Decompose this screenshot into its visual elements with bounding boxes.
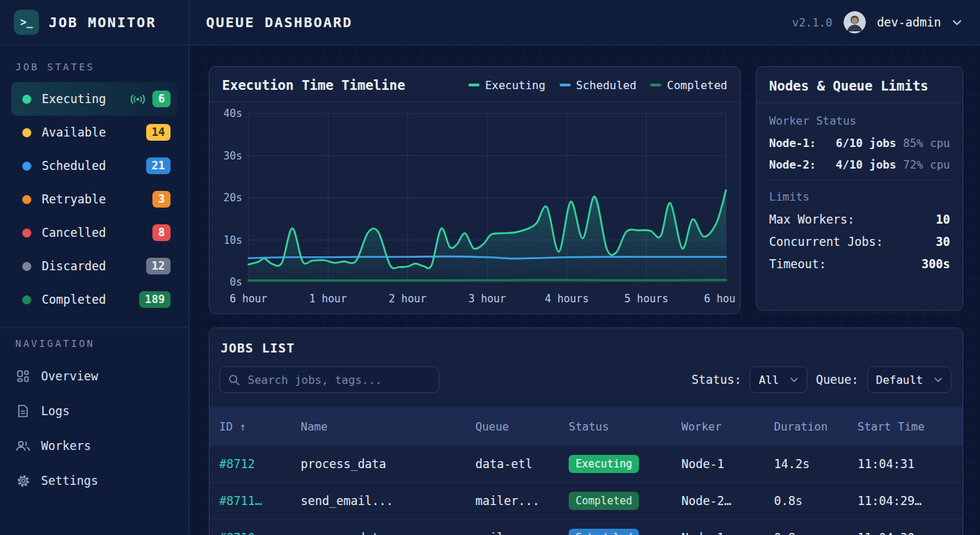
limit-value: 30	[936, 235, 950, 249]
status-filter-select[interactable]: All	[750, 366, 807, 393]
status-badge: Completed	[569, 492, 639, 510]
column-header[interactable]: ID ↑	[210, 420, 291, 433]
column-header[interactable]: Queue	[466, 420, 559, 433]
brand-area: >_ JOB MONITOR	[0, 0, 189, 45]
sidebar: JOB STATES Executing 6	[0, 45, 189, 535]
state-count-badge: 189	[139, 291, 171, 308]
timeline-title: Execution Time Timeline	[222, 77, 405, 93]
version-label: v2.1.0	[792, 16, 832, 29]
job-name: process_data	[291, 531, 466, 535]
job-state-item[interactable]: Available 14	[11, 116, 177, 149]
nodes-panel-body: Worker Status Node-1: 6/10 jobs 85% cpu …	[757, 103, 963, 290]
terminal-icon: >_	[14, 10, 39, 35]
jobs-table: ID ↑ Name Queue Status Worker Duration S…	[210, 407, 963, 535]
legend-swatch-icon	[650, 84, 661, 86]
status-filter-label: Status:	[692, 373, 742, 387]
worker-jobs: 4/10 jobs	[836, 158, 896, 171]
job-id-link[interactable]: #8710	[210, 531, 291, 535]
table-row[interactable]: #8712 process_data data-etl Executing No…	[210, 446, 963, 483]
state-label: Retryable	[42, 192, 106, 206]
worker-jobs: 6/10 jobs	[836, 137, 896, 150]
job-state-item[interactable]: Discarded 12	[11, 249, 177, 283]
sidebar-item-workers[interactable]: Workers	[11, 428, 177, 463]
legend-swatch-icon	[468, 84, 480, 86]
state-dot-icon	[22, 195, 31, 204]
state-dot-icon	[22, 162, 31, 171]
nav-label: Settings	[41, 474, 98, 488]
state-dot-icon	[22, 295, 31, 304]
column-header[interactable]: Worker	[672, 420, 764, 433]
worker-cpu: 72% cpu	[903, 158, 950, 171]
svg-text:10s: 10s	[223, 234, 242, 247]
state-label: Executing	[42, 92, 106, 106]
timeline-chart: 0s10s20s30s40s6 hour1 hour2 hour3 hour4 …	[215, 104, 736, 309]
chevron-down-icon[interactable]	[952, 19, 962, 26]
job-state-item[interactable]: Executing 6	[11, 82, 177, 116]
job-state-item[interactable]: Retryable 3	[11, 183, 177, 216]
job-status-cell: Scheduled	[559, 529, 672, 535]
table-row[interactable]: #8710 process_data mailer Scheduled Node…	[210, 520, 963, 535]
limits-list: Max Workers: 10 Concurrent Jobs: 30 Time…	[769, 212, 950, 271]
state-count-badge: 21	[146, 157, 171, 174]
chevron-down-icon	[790, 377, 798, 382]
search-input[interactable]	[246, 373, 430, 387]
user-menu[interactable]: dev-admin	[877, 15, 941, 29]
limit-label: Timeout:	[769, 257, 826, 271]
job-start-time: 11:04:29…	[848, 494, 963, 508]
svg-text:40s: 40s	[223, 107, 242, 120]
column-header[interactable]: Start Time	[848, 420, 963, 433]
job-worker: Node-1	[672, 531, 764, 535]
job-state-item[interactable]: Cancelled 8	[11, 216, 177, 249]
timeline-panel-header: Execution Time Timeline Executing Schedu…	[210, 67, 740, 102]
avatar[interactable]	[844, 11, 866, 33]
nodes-panel: Nodes & Queue Limits Worker Status Node-…	[756, 66, 963, 311]
live-signal-icon	[130, 94, 145, 104]
state-dot-icon	[22, 95, 31, 104]
timeline-panel: Execution Time Timeline Executing Schedu…	[209, 66, 741, 314]
nav-label: Logs	[41, 404, 70, 418]
state-dot-icon	[22, 262, 31, 271]
legend-completed: Completed	[650, 79, 727, 92]
top-header: >_ JOB MONITOR QUEUE DASHBOARD v2.1.0 de…	[0, 0, 980, 45]
worker-row: Node-1: 6/10 jobs 85% cpu	[769, 137, 950, 150]
column-header[interactable]: Duration	[764, 420, 848, 433]
job-start-time: 11:04:31	[848, 457, 963, 471]
state-label: Discarded	[42, 259, 106, 273]
job-id-link[interactable]: #8711…	[210, 494, 291, 508]
state-count-badge: 14	[146, 124, 171, 141]
column-header[interactable]: Status	[559, 420, 672, 433]
job-state-item[interactable]: Completed 189	[11, 283, 177, 316]
limit-label: Concurrent Jobs:	[769, 235, 883, 249]
nodes-panel-title: Nodes & Queue Limits	[757, 67, 963, 103]
nodes-divider	[769, 180, 950, 180]
search-box[interactable]	[219, 366, 439, 393]
column-header[interactable]: Name	[291, 420, 466, 433]
limit-value: 300s	[922, 257, 950, 271]
job-queue: data-etl	[466, 457, 559, 471]
worker-status-heading: Worker Status	[769, 114, 950, 127]
svg-text:6 hours: 6 hours	[704, 293, 736, 305]
job-id-link[interactable]: #8712	[210, 457, 291, 471]
state-label: Cancelled	[42, 226, 106, 240]
worker-cpu: 85% cpu	[903, 137, 950, 150]
job-status-cell: Executing	[559, 455, 672, 473]
sidebar-item-logs[interactable]: Logs	[11, 394, 177, 428]
svg-text:4 hours: 4 hours	[545, 293, 589, 305]
job-name: process_data	[291, 457, 466, 471]
sidebar-divider	[0, 327, 189, 328]
sidebar-item-overview[interactable]: Overview	[11, 359, 177, 394]
navigation-heading: NAVIGATION	[15, 338, 177, 349]
state-count-badge: 3	[152, 191, 171, 208]
queue-filter-select[interactable]: Default	[867, 366, 951, 393]
state-dot-icon	[22, 228, 31, 238]
limits-heading: Limits	[769, 190, 950, 203]
svg-text:2 hour: 2 hour	[389, 293, 427, 305]
status-badge: Scheduled	[569, 529, 639, 535]
sidebar-item-settings[interactable]: Settings	[11, 463, 177, 498]
svg-text:3 hour: 3 hour	[468, 293, 506, 305]
state-dot-icon	[22, 128, 31, 137]
table-row[interactable]: #8711… send_email... mailer... Completed…	[210, 483, 963, 520]
job-state-item[interactable]: Scheduled 21	[11, 149, 177, 183]
document-icon	[15, 403, 31, 419]
state-label: Scheduled	[42, 159, 106, 173]
